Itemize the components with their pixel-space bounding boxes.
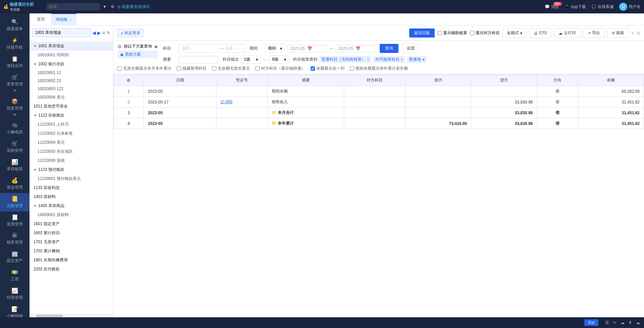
- sidebar-item-tax[interactable]: 🏛 税务管理: [0, 230, 30, 248]
- tag-quantity-subject[interactable]: 数量核 ▾: [407, 56, 427, 63]
- period-type-select[interactable]: 期间 ▾: [265, 44, 285, 53]
- collapse-more-button[interactable]: ∧ 收起更多: [117, 29, 144, 37]
- sidebar-item-retail[interactable]: 🛒 零售管理 ▾: [0, 71, 30, 95]
- check-opening-balance[interactable]: 期初余额显示本年累计发生额: [350, 66, 408, 71]
- tree-item-1132[interactable]: 1132 应收利息: [30, 183, 113, 192]
- tree-item-11220002[interactable]: 11220002 往来标签: [30, 129, 113, 138]
- user-avatar[interactable]: U 用户名: [619, 3, 641, 11]
- message-button[interactable]: 💬 消息 99+: [545, 4, 559, 10]
- tree-item-10020002[interactable]: 10020002 23: [30, 77, 113, 85]
- tag-close-icon[interactable]: ×: [401, 57, 403, 62]
- check-balance-single-col[interactable]: 余额显示在一列: [311, 66, 344, 71]
- print-button[interactable]: 🖨 打印: [529, 28, 551, 38]
- sidebar-item-ledger[interactable]: 📒 总账管理: [0, 193, 30, 211]
- sidebar-item-search[interactable]: 🔍 搜索菜单: [0, 16, 30, 35]
- upload-icon-button[interactable]: ⬆: [629, 320, 632, 325]
- tree-item-11230001[interactable]: 11230001 预付账款美元: [30, 174, 113, 183]
- tree-item-10010001[interactable]: 10010001 同同同: [30, 51, 113, 60]
- period-to-input[interactable]: 2023-05 📅: [335, 45, 376, 52]
- tree-edit-icon[interactable]: ✎: [106, 30, 110, 36]
- nav-prev-arrow[interactable]: ◀: [92, 30, 96, 36]
- sidebar-item-operations[interactable]: 📈 经营管理: [0, 285, 30, 303]
- tree-item-1002[interactable]: ▼ 1002 银行存款: [30, 60, 113, 69]
- tree-item-1801[interactable]: 1801 长期待摊费用: [30, 256, 113, 265]
- tree-item-14050001[interactable]: 14050001 原材料: [30, 210, 113, 219]
- amount-format-button[interactable]: 金额式 ▾: [502, 28, 527, 38]
- scheme-collapse-icon[interactable]: ◀: [154, 44, 157, 49]
- tree-item-1601[interactable]: 1601 固定资产: [30, 219, 113, 228]
- tree-item-10020001[interactable]: 10020001 12: [30, 69, 113, 77]
- tree-item-11220005[interactable]: 11220005 所在地区: [30, 147, 113, 156]
- show-opposite-checkbox[interactable]: 显示对方科目: [470, 30, 500, 36]
- tree-item-1123[interactable]: ▼ 1123 预付账款: [30, 165, 113, 174]
- sidebar-item-ecommerce[interactable]: 🛍 小畅电商: [0, 120, 30, 138]
- scheme-system[interactable]: ◉ 系统方案: [117, 51, 158, 58]
- tree-item-1403[interactable]: 1403 原材料: [30, 192, 113, 201]
- export-button[interactable]: ↗ 导出: [583, 28, 604, 38]
- sidebar-item-wholesale[interactable]: 📦 批发管理 ▾: [0, 95, 30, 120]
- tag-normal-subject[interactable]: 普通科目（无特殊核算） ×: [319, 56, 371, 63]
- sidebar-item-quicknav[interactable]: ⚡ 快捷导航: [0, 35, 30, 53]
- sync-icon-button[interactable]: ☁: [636, 320, 640, 325]
- app-download-button[interactable]: 📱 App下载: [565, 4, 586, 10]
- check-no-balance[interactable]: 无余额无发生显示: [212, 66, 250, 71]
- lang-switch-button[interactable]: 英: [605, 320, 609, 326]
- demo-link[interactable]: ◎ 我要看实例演示: [117, 4, 542, 10]
- sidebar-item-assets[interactable]: 🏢 固定资产: [0, 248, 30, 266]
- check-no-amount[interactable]: 无发生额显示本月本年累计: [117, 66, 171, 71]
- settings-icon[interactable]: ⚙: [111, 4, 114, 9]
- tree-item-1001[interactable]: ▼ 1001 库存现金: [30, 42, 113, 51]
- summary-input[interactable]: [178, 56, 219, 63]
- row-voucher[interactable]: 记-006: [216, 97, 268, 108]
- sidebar-item-finance[interactable]: 💰 资金管理: [0, 175, 30, 193]
- col-settings[interactable]: ⚙: [114, 75, 144, 86]
- tree-item-10020006[interactable]: 10020006 美元: [30, 93, 113, 102]
- tree-item-1405[interactable]: ▼ 1405 库存商品: [30, 201, 113, 210]
- nav-next-arrow[interactable]: ▶: [97, 30, 101, 36]
- sidebar-item-invoice[interactable]: 🧾 发票管理: [0, 211, 30, 230]
- eat-button[interactable]: Eat: [584, 319, 598, 326]
- tag-foreign-subject[interactable]: 外币核算科目 ×: [373, 56, 405, 63]
- query-button[interactable]: 查询: [380, 44, 398, 53]
- settings-button[interactable]: 设置: [402, 44, 419, 53]
- cloud-icon-button[interactable]: ☁: [621, 320, 625, 325]
- online-service-button[interactable]: 🎧 在线客服: [591, 4, 614, 10]
- tab-detail[interactable]: 明细账 ×: [51, 13, 76, 25]
- tree-item-1012[interactable]: 1012 其他货币资金: [30, 102, 113, 111]
- check-hide-disabled[interactable]: 隐藏禁用科目: [177, 66, 207, 71]
- refresh-button[interactable]: ↺ 刷新: [607, 28, 629, 38]
- cloud-print-button[interactable]: ☁ 云打印: [554, 28, 580, 38]
- tree-item-11220001[interactable]: 11220001 人民币: [30, 120, 113, 129]
- tree-item-1701[interactable]: 1701 无形资产: [30, 238, 113, 247]
- tab-home[interactable]: 首页: [32, 13, 50, 25]
- sidebar-item-project[interactable]: 📋 项目合同: [0, 53, 30, 71]
- tree-item-1122[interactable]: ▼ 1122 应收账款: [30, 111, 113, 120]
- sidebar-item-expense[interactable]: 📝 小畅报销: [0, 303, 30, 317]
- tree-item-1602[interactable]: 1602 累计折旧: [30, 228, 113, 238]
- tree-item-10020003[interactable]: 10020003 122: [30, 85, 113, 93]
- return-old-version-button[interactable]: 返回旧版: [409, 28, 435, 38]
- show-aux-calc-checkbox[interactable]: 显示辅助核算: [437, 30, 467, 36]
- scheme-settings-icon[interactable]: ⚙: [117, 44, 122, 49]
- tree-item-11220004[interactable]: 11220004 美元: [30, 138, 113, 147]
- tree-item-11220006[interactable]: 11220006 游戏: [30, 156, 113, 165]
- period-from-input[interactable]: 2023-05 📅: [287, 45, 327, 52]
- edit-icon-button[interactable]: ✏: [613, 320, 616, 325]
- tree-item-2202[interactable]: 2202 应付账款: [30, 265, 113, 274]
- tab-close-button[interactable]: ×: [70, 18, 72, 22]
- sidebar-item-salary[interactable]: 💵 工资: [0, 266, 30, 285]
- check-opposite-subject[interactable]: 对方科目（显示辅助项）: [255, 66, 305, 71]
- level-to-select[interactable]: 6级 ▾: [269, 55, 289, 64]
- account-selector[interactable]: 1001 库存现金: [32, 28, 91, 37]
- left-panel-scrollbar[interactable]: [30, 314, 113, 317]
- level-from-select[interactable]: 1级 ▾: [241, 55, 261, 64]
- subject-input[interactable]: 选择... ··· — 选择... ···: [178, 44, 246, 53]
- tree-settings-icon[interactable]: ≡: [102, 30, 105, 36]
- sidebar-item-inventory[interactable]: 📊 库存核算: [0, 156, 30, 175]
- panel-expand-button[interactable]: ⊡: [637, 31, 640, 36]
- search-dropdown-icon[interactable]: ▼: [103, 4, 107, 9]
- tag-close-icon[interactable]: ×: [367, 57, 369, 62]
- tree-item-1702[interactable]: 1702 累计摊销: [30, 247, 113, 256]
- sidebar-item-purchase[interactable]: 🛒 采购管理: [0, 138, 30, 156]
- topbar-search-input[interactable]: [46, 3, 100, 10]
